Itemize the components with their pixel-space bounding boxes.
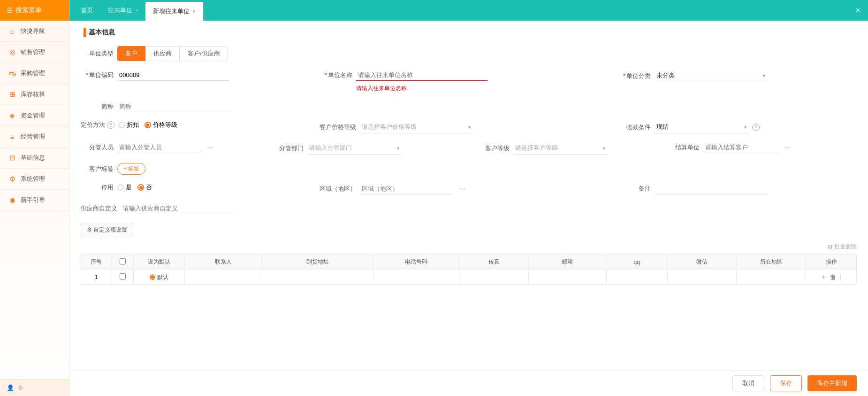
select-all-checkbox[interactable] (120, 258, 126, 264)
save-button[interactable]: 保存 (770, 375, 802, 391)
settings-icon[interactable]: ⚙ (18, 384, 23, 391)
unit-btn-both[interactable]: 客户/供应商 (180, 46, 228, 61)
phone-input[interactable] (395, 274, 437, 281)
pricing-row: 定价方法 ? 折扣 价格等级 客户价格 (81, 121, 857, 133)
radio-discount[interactable]: 折扣 (118, 121, 139, 129)
customer-level-select[interactable]: 请选择客户等级 ▾ (513, 142, 607, 155)
section-icon: ▐ (81, 28, 86, 37)
sidebar-search[interactable]: ☰ 搜索菜单 (0, 0, 69, 21)
sidebar-item-sales[interactable]: ◎ 销售管理 (0, 42, 69, 63)
region-dots-btn[interactable]: ··· (457, 185, 467, 193)
table-region-input[interactable] (755, 274, 788, 281)
tab-home[interactable]: 首页 (73, 0, 100, 21)
sidebar-item-purchase[interactable]: 🛍 采购管理 (0, 63, 69, 84)
region-input[interactable] (360, 183, 454, 194)
settlement-dots-btn[interactable]: ··· (782, 143, 792, 152)
tag-add-btn[interactable]: + 标签 (117, 163, 145, 175)
tab-new-partner-close[interactable]: × (192, 8, 195, 14)
unit-name-error: 请输入往来单位名称 (356, 85, 407, 92)
batch-delete-btn[interactable]: ⊟ 批量删除 (828, 243, 857, 251)
email-input[interactable] (548, 274, 586, 281)
payment-info-icon[interactable]: ? (752, 124, 760, 131)
cell-region[interactable] (737, 270, 806, 285)
manager-dots-btn[interactable]: ··· (206, 143, 215, 152)
manager-input[interactable] (117, 142, 202, 153)
manager-row: 分管人员 ··· 分管部门 请输入分管部门 ▾ 客户等级 请选择客户等级 ▾ 结… (81, 142, 857, 155)
supplier-custom-input[interactable] (121, 203, 234, 214)
cell-phone[interactable] (373, 270, 459, 285)
unit-type-label: 单位类型 (81, 49, 114, 58)
cell-address[interactable] (262, 270, 373, 285)
radio-price-level[interactable]: 价格等级 (145, 121, 177, 129)
default-radio-circle (150, 274, 155, 280)
row-checkbox[interactable] (120, 273, 126, 280)
batch-delete-icon: ⊟ (828, 244, 832, 250)
cell-qq[interactable] (606, 270, 667, 285)
sidebar-item-finance[interactable]: ◈ 资金管理 (0, 105, 69, 126)
contact-input[interactable] (205, 274, 242, 281)
default-radio[interactable]: 默认 (137, 273, 182, 281)
settlement-input[interactable] (703, 142, 778, 153)
custom-settings-btn[interactable]: ⚙ 自定义项设置 (81, 223, 133, 237)
tab-bar-close-all[interactable]: × (852, 6, 864, 16)
unit-btn-customer[interactable]: 客户 (117, 46, 145, 61)
sidebar-item-guide[interactable]: ◉ 新手引导 (0, 190, 69, 211)
tab-new-partner[interactable]: 新增往来单位 × (145, 2, 203, 21)
row-add-btn[interactable]: ＋ (820, 273, 827, 281)
basic-info-icon: ⊟ (8, 153, 17, 163)
sidebar-item-operations[interactable]: ≡ 经营管理 (0, 126, 69, 148)
sidebar-label-operations: 经营管理 (21, 132, 45, 141)
sidebar-item-basic-info[interactable]: ⊟ 基础信息 (0, 148, 69, 169)
short-name-input[interactable] (117, 101, 230, 112)
radio-disabled-yes[interactable]: 是 (117, 183, 132, 192)
save-new-button[interactable]: 保存并新增 (807, 375, 857, 391)
customer-price-level-select[interactable]: 请选择客户价格等级 ▾ (360, 121, 472, 133)
guide-icon: ◉ (8, 195, 17, 205)
search-icon: ☰ (7, 7, 13, 14)
qq-input[interactable] (623, 274, 651, 281)
cell-default[interactable]: 默认 (134, 270, 185, 285)
cell-wechat[interactable] (667, 270, 737, 285)
cell-checkbox[interactable] (112, 270, 133, 285)
tab-partners-close[interactable]: × (135, 8, 138, 13)
pricing-radio-group: 折扣 价格等级 (118, 121, 177, 129)
sidebar-item-system[interactable]: ⚙ 系统管理 (0, 169, 69, 190)
tab-partners[interactable]: 往来单位 × (100, 0, 145, 21)
col-fax: 传真 (459, 254, 529, 270)
unit-name-input[interactable] (356, 70, 487, 81)
wechat-input[interactable] (685, 274, 718, 281)
remark-input[interactable] (655, 183, 767, 194)
pricing-info-icon[interactable]: ? (107, 121, 114, 129)
sidebar-label-quick-nav: 快捷导航 (21, 27, 45, 35)
cancel-button[interactable]: 取消 (732, 375, 764, 391)
unit-name-group: *单位名称 请输入往来单位名称 (320, 70, 618, 93)
payment-condition-select[interactable]: 现结 ▾ (655, 121, 748, 133)
manager-label: 分管人员 (81, 143, 114, 152)
unit-category-select[interactable]: 未分类 ▾ (655, 70, 767, 82)
footer: 取消 保存 保存并新增 (69, 370, 868, 396)
sidebar-item-inventory[interactable]: ⊞ 库存核算 (0, 84, 69, 105)
operations-icon: ≡ (8, 132, 17, 141)
default-radio-inner (151, 276, 154, 279)
fax-input[interactable] (478, 274, 510, 281)
unit-name-label: *单位名称 (320, 71, 352, 79)
unit-btn-supplier[interactable]: 供应商 (145, 46, 180, 61)
row-del-btn[interactable]: 🗑 (830, 273, 836, 281)
cell-email[interactable] (529, 270, 607, 285)
pricing-method-group: 定价方法 ? 折扣 价格等级 (81, 121, 320, 129)
col-region: 所在地区 (737, 254, 806, 270)
dept-select[interactable]: 请输入分管部门 ▾ (307, 142, 401, 155)
unit-code-input[interactable] (117, 70, 230, 81)
unit-category-group: *单位分类 未分类 ▾ (618, 70, 857, 82)
sidebar-item-quick-nav[interactable]: ⌂ 快捷导航 (0, 21, 69, 42)
cell-contact[interactable] (184, 270, 262, 285)
cell-fax[interactable] (459, 270, 529, 285)
manager-group: 分管人员 ··· (81, 142, 271, 153)
table-section: ⊟ 批量删除 序号 设为默认 联系人 到货地址 电话号码 传真 邮箱 qq (81, 243, 857, 285)
radio-disabled-no[interactable]: 否 (137, 183, 152, 192)
address-input[interactable] (289, 274, 346, 281)
col-checkbox[interactable] (112, 254, 133, 270)
unit-code-label: *单位编码 (81, 71, 114, 79)
department-group: 分管部门 请输入分管部门 ▾ (271, 142, 477, 155)
unit-type-buttons: 客户 供应商 客户/供应商 (117, 46, 228, 61)
